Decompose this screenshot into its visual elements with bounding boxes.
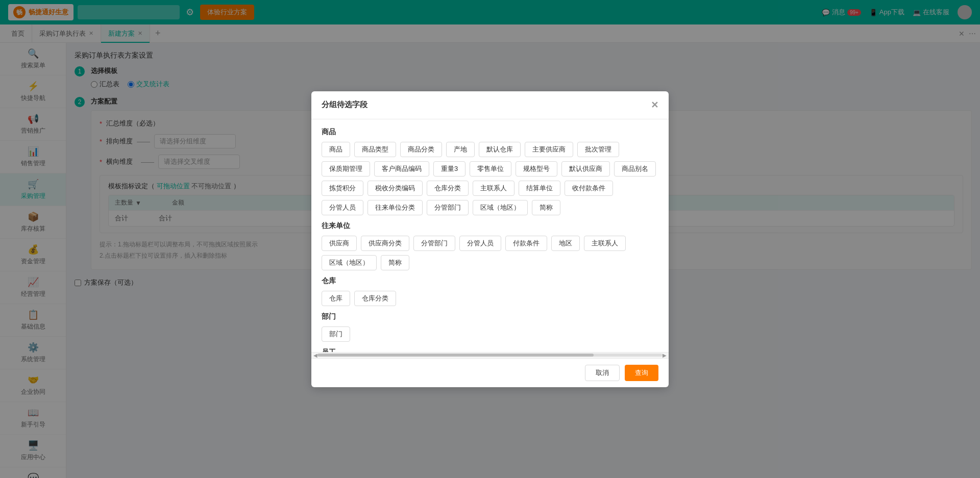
field-tag[interactable]: 简称 (532, 200, 560, 215)
field-tag[interactable]: 默认仓库 (479, 142, 521, 157)
field-tag[interactable]: 简称 (381, 255, 409, 270)
field-tag[interactable]: 商品类型 (354, 142, 396, 157)
modal-body: 商品 商品 商品类型 商品分类 产地 默认仓库 主要供应商 批次管理 保质期管理… (311, 119, 669, 352)
field-tag[interactable]: 供应商 (322, 236, 357, 251)
field-tag[interactable]: 结算单位 (519, 181, 560, 196)
field-tag[interactable]: 供应商分类 (361, 236, 409, 251)
field-tag[interactable]: 规格型号 (516, 161, 557, 177)
field-tag[interactable]: 仓库 (322, 291, 350, 306)
field-tag[interactable]: 区域（地区） (322, 255, 377, 270)
field-tag[interactable]: 拣货积分 (322, 181, 363, 196)
section-title-goods: 商品 (322, 128, 658, 137)
field-tag[interactable]: 仓库分类 (354, 291, 396, 306)
field-tag[interactable]: 默认供应商 (561, 161, 610, 177)
field-tags-partner: 供应商 供应商分类 分管部门 分管人员 付款条件 地区 主联系人 区域（地区） … (322, 236, 658, 270)
field-tag[interactable]: 保质期管理 (322, 161, 370, 177)
modal-footer: 取消 查询 (311, 358, 669, 387)
field-tags-dept: 部门 (322, 326, 658, 342)
hscroll-track (317, 354, 663, 357)
field-tag[interactable]: 主要供应商 (525, 142, 573, 157)
field-tag[interactable]: 付款条件 (505, 236, 547, 251)
section-title-dept: 部门 (322, 312, 658, 321)
field-tag[interactable]: 客户商品编码 (374, 161, 429, 177)
field-tag[interactable]: 商品 (322, 142, 350, 157)
hscroll-thumb[interactable] (317, 354, 594, 357)
field-tag[interactable]: 商品分类 (400, 142, 442, 157)
field-tag[interactable]: 部门 (322, 326, 350, 342)
field-tag[interactable]: 区域（地区） (473, 200, 528, 215)
section-title-staff: 员工 (322, 348, 658, 352)
field-tag[interactable]: 批次管理 (577, 142, 619, 157)
field-tag[interactable]: 分管人员 (322, 200, 363, 215)
field-tag[interactable]: 主联系人 (584, 236, 626, 251)
hscroll-right-arrow[interactable]: ▶ (663, 353, 667, 358)
field-tag[interactable]: 产地 (446, 142, 475, 157)
field-tag[interactable]: 重量3 (433, 161, 465, 177)
cancel-button[interactable]: 取消 (585, 365, 620, 381)
field-tags-warehouse: 仓库 仓库分类 (322, 291, 658, 306)
field-tag[interactable]: 主联系人 (473, 181, 514, 196)
modal-horizontal-scrollbar[interactable]: ◀ ▶ (311, 352, 669, 358)
section-title-warehouse: 仓库 (322, 276, 658, 286)
field-tag[interactable]: 商品别名 (614, 161, 656, 177)
modal-header: 分组待选字段 ✕ (311, 91, 669, 119)
modal-title: 分组待选字段 (322, 100, 368, 110)
modal-overlay: 分组待选字段 ✕ 商品 商品 商品类型 商品分类 产地 默认仓库 主要供应商 批… (0, 0, 980, 478)
section-title-partner: 往来单位 (322, 221, 658, 231)
field-tags-goods: 商品 商品类型 商品分类 产地 默认仓库 主要供应商 批次管理 保质期管理 客户… (322, 142, 658, 215)
field-tag[interactable]: 分管人员 (459, 236, 501, 251)
field-tag[interactable]: 地区 (551, 236, 580, 251)
hscroll-left-arrow[interactable]: ◀ (313, 353, 317, 358)
field-tag[interactable]: 税收分类编码 (368, 181, 423, 196)
field-tag[interactable]: 仓库分类 (427, 181, 469, 196)
confirm-button[interactable]: 查询 (625, 365, 658, 381)
field-tag[interactable]: 分管部门 (427, 200, 469, 215)
field-tag[interactable]: 往来单位分类 (368, 200, 423, 215)
field-tag[interactable]: 收付款条件 (565, 181, 613, 196)
modal-close-button[interactable]: ✕ (651, 99, 658, 111)
field-tag[interactable]: 零售单位 (470, 161, 511, 177)
field-select-modal: 分组待选字段 ✕ 商品 商品 商品类型 商品分类 产地 默认仓库 主要供应商 批… (311, 91, 669, 387)
field-tag[interactable]: 分管部门 (413, 236, 455, 251)
